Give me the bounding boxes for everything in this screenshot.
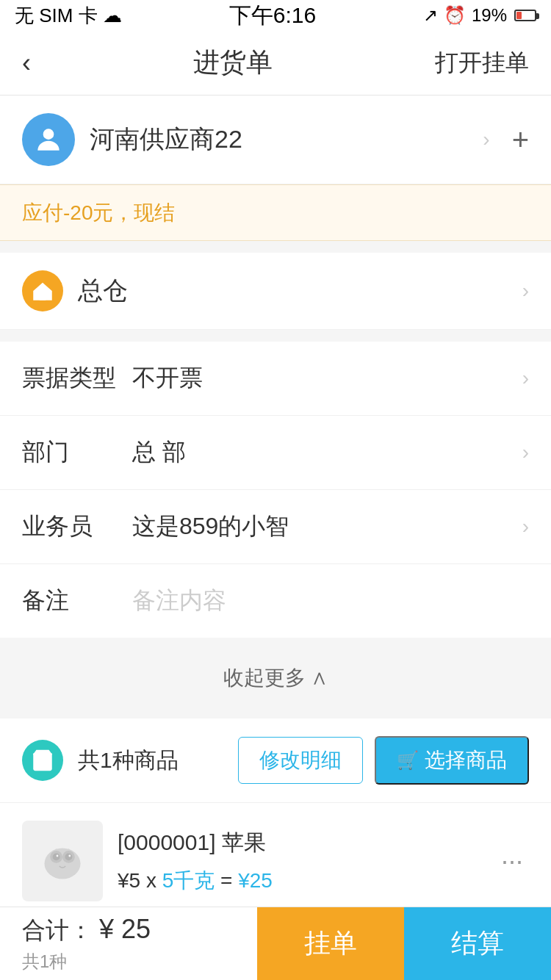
supplier-name: 河南供应商22 [90,123,483,156]
total-label: 合计： [22,917,93,943]
add-supplier-button[interactable]: + [512,125,529,154]
warning-text: 应付-20元，现结 [22,201,175,224]
products-icon [22,740,63,781]
total-amount: ¥ 25 [99,914,151,944]
product-code: [0000001] [118,830,215,854]
svg-point-7 [65,854,73,861]
subtotal: ¥25 [238,869,273,892]
hang-order-button[interactable]: 挂单 [257,907,404,980]
open-hang-button[interactable]: 打开挂单 [435,47,529,79]
salesman-row[interactable]: 业务员 这是859的小智 › [0,490,551,564]
total-main: 合计： ¥ 25 [22,914,235,947]
battery-icon [514,10,536,21]
equals-sign: = [220,869,238,892]
checkout-button[interactable]: 结算 [404,907,551,980]
status-bar: 无 SIM 卡 ☁ 下午6:16 ↗ ⏰ 19% [0,0,551,31]
supplier-avatar [22,113,75,166]
salesman-value: 这是859的小智 [118,511,522,543]
dept-label: 部门 [22,436,118,469]
warning-banner: 应付-20元，现结 [0,184,551,241]
quantity: 5千克 [162,869,215,892]
collapse-label: 收起更多 ∧ [223,664,328,692]
warehouse-icon [22,270,63,311]
salesman-label: 业务员 [22,511,118,543]
alarm-icon: ⏰ [444,5,466,26]
collapse-row[interactable]: 收起更多 ∧ [0,649,551,707]
warehouse-name: 总仓 [78,274,522,308]
back-button[interactable]: ‹ [22,48,31,79]
select-icon: 🛒 [397,750,419,771]
supplier-card: 河南供应商22 › + 应付-20元，现结 [0,96,551,241]
multiply-sign: x [146,869,162,892]
select-product-button[interactable]: 🛒 选择商品 [375,736,529,785]
remark-label: 备注 [22,585,118,617]
product-name: [0000001] 苹果 [118,828,495,858]
status-left: 无 SIM 卡 ☁ [15,3,122,29]
remark-row[interactable]: 备注 备注内容 [0,564,551,638]
product-price: ¥5 x 5千克 = ¥25 [118,867,495,895]
invoice-value: 不开票 [118,362,522,394]
bottom-bar: 合计： ¥ 25 共1种 挂单 结算 [0,907,551,980]
dept-row[interactable]: 部门 总 部 › [0,416,551,490]
svg-point-6 [53,854,60,861]
dept-arrow-icon: › [522,441,529,464]
svg-point-3 [45,849,81,879]
svg-point-9 [68,855,71,857]
invoice-row[interactable]: 票据类型 不开票 › [0,342,551,416]
page-title: 进货单 [193,45,273,81]
user-icon [32,123,65,156]
warehouse-row[interactable]: 总仓 › [0,253,551,330]
product-title: 苹果 [222,830,266,854]
total-count: 共1种 [22,950,235,973]
status-time: 下午6:16 [229,1,316,31]
product-thumbnail [22,821,103,901]
products-card: 共1种商品 修改明细 🛒 选择商品 [0,718,551,919]
svg-point-8 [57,855,59,857]
invoice-label: 票据类型 [22,362,118,394]
remark-input[interactable]: 备注内容 [118,585,529,617]
location-icon: ↗ [423,5,438,26]
product-item: [0000001] 苹果 ¥5 x 5千克 = ¥25 ··· [0,803,551,919]
salesman-arrow-icon: › [522,515,529,538]
battery-level: 19% [472,5,507,26]
dept-value: 总 部 [118,436,522,469]
products-count: 共1种商品 [78,746,238,776]
svg-point-0 [43,129,54,140]
total-section: 合计： ¥ 25 共1种 [0,907,257,980]
cart-icon [30,748,55,773]
svg-rect-1 [40,294,46,300]
supplier-row[interactable]: 河南供应商22 › + [0,96,551,184]
unit-price: ¥5 [118,869,140,892]
edit-detail-button[interactable]: 修改明细 [238,737,363,784]
select-label: 选择商品 [425,746,507,774]
products-header: 共1种商品 修改明细 🛒 选择商品 [0,718,551,803]
warehouse-arrow-icon: › [522,279,529,303]
content: 河南供应商22 › + 应付-20元，现结 总仓 › 票据类型 不开票 › 部门… [0,96,551,980]
form-card: 票据类型 不开票 › 部门 总 部 › 业务员 这是859的小智 › 备注 备注… [0,342,551,638]
product-more-button[interactable]: ··· [495,840,529,882]
status-right: ↗ ⏰ 19% [423,5,536,26]
nav-bar: ‹ 进货单 打开挂单 [0,31,551,96]
invoice-arrow-icon: › [522,367,529,390]
home-icon [30,278,55,303]
owl-icon [37,835,88,887]
sim-status: 无 SIM 卡 ☁ [15,3,122,29]
product-info: [0000001] 苹果 ¥5 x 5千克 = ¥25 [118,828,495,895]
supplier-arrow-icon: › [483,128,489,151]
